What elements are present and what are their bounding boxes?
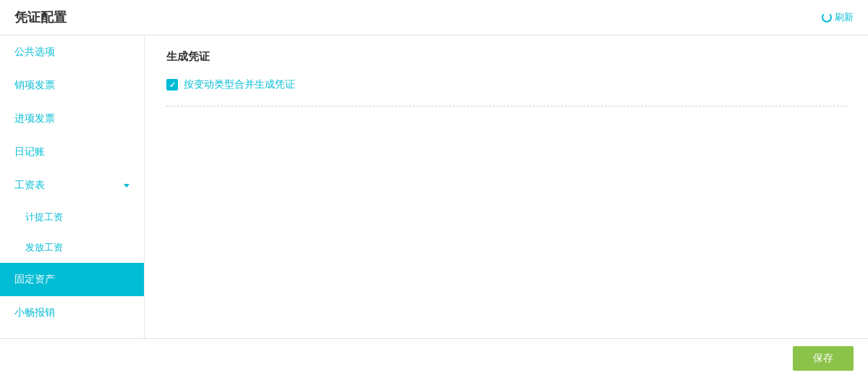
refresh-icon bbox=[822, 12, 832, 22]
sidebar-item-payroll[interactable]: 工资表 bbox=[0, 169, 144, 202]
sidebar-item-label: 进项发票 bbox=[14, 112, 55, 125]
footer: 保存 bbox=[0, 338, 868, 378]
sidebar: 公共选项销项发票进项发票日记账工资表计提工资发放工资固定资产小畅报销 bbox=[0, 35, 145, 338]
sidebar-item-journal[interactable]: 日记账 bbox=[0, 135, 144, 169]
sidebar-item-label: 小畅报销 bbox=[14, 306, 55, 319]
sidebar-item-public-options[interactable]: 公共选项 bbox=[0, 35, 144, 69]
sidebar-item-label: 计提工资 bbox=[25, 211, 63, 222]
sidebar-item-label: 工资表 bbox=[14, 179, 45, 192]
header: 凭证配置 刷新 bbox=[0, 0, 868, 35]
sidebar-item-label: 发放工资 bbox=[25, 242, 63, 253]
checkbox-label[interactable]: 按变动类型合并生成凭证 bbox=[184, 78, 295, 91]
sidebar-item-purchase-invoice[interactable]: 进项发票 bbox=[0, 102, 144, 135]
body: 公共选项销项发票进项发票日记账工资表计提工资发放工资固定资产小畅报销 生成凭证 … bbox=[0, 35, 868, 338]
sidebar-sub-item-payroll-distribution[interactable]: 发放工资 bbox=[0, 232, 144, 263]
sidebar-item-sales-invoice[interactable]: 销项发票 bbox=[0, 69, 144, 102]
sidebar-item-label: 公共选项 bbox=[14, 46, 55, 59]
sidebar-item-expense-reimbursement[interactable]: 小畅报销 bbox=[0, 296, 144, 329]
chevron-down-icon bbox=[124, 184, 129, 188]
save-button[interactable]: 保存 bbox=[793, 346, 854, 371]
refresh-button[interactable]: 刷新 bbox=[822, 11, 854, 24]
refresh-label: 刷新 bbox=[835, 11, 854, 24]
sidebar-sub-item-accrual-wages[interactable]: 计提工资 bbox=[0, 202, 144, 232]
sidebar-item-label: 日记账 bbox=[14, 146, 45, 159]
checkbox-row: ✓ 按变动类型合并生成凭证 bbox=[166, 78, 846, 91]
main-content: 生成凭证 ✓ 按变动类型合并生成凭证 bbox=[145, 35, 868, 338]
page-title: 凭证配置 bbox=[14, 9, 67, 26]
divider bbox=[166, 106, 846, 106]
sidebar-item-label: 销项发票 bbox=[14, 79, 55, 92]
section-title: 生成凭证 bbox=[166, 50, 846, 64]
sidebar-item-fixed-assets[interactable]: 固定资产 bbox=[0, 263, 144, 296]
sidebar-item-label: 固定资产 bbox=[14, 273, 55, 286]
check-mark: ✓ bbox=[169, 80, 176, 90]
merge-by-type-checkbox[interactable]: ✓ bbox=[166, 79, 178, 91]
page-wrapper: 凭证配置 刷新 公共选项销项发票进项发票日记账工资表计提工资发放工资固定资产小畅… bbox=[0, 0, 868, 378]
